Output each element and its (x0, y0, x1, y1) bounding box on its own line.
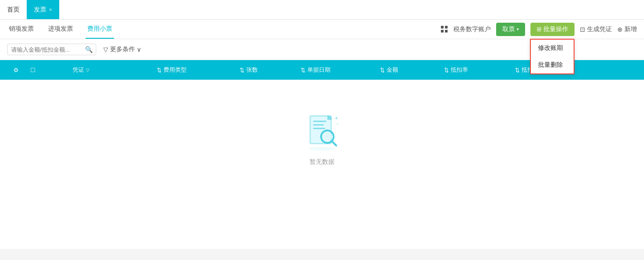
main-content: ✦ ✦ 暂无数据 (0, 80, 644, 249)
sort-arrows-expense: ⇅ (157, 67, 162, 73)
search-input[interactable] (11, 46, 82, 53)
empty-state: ✦ ✦ 暂无数据 (0, 80, 644, 193)
tab-expense[interactable]: 费用小票 (86, 20, 114, 39)
sort-arrows-count: ⇅ (240, 67, 245, 73)
sort-arrows-rate: ⇅ (444, 67, 449, 73)
more-filter-arrow: ∨ (137, 46, 141, 53)
sort-arrows-amount: ⇅ (380, 67, 385, 73)
search-icon: 🔍 (85, 46, 93, 53)
empty-illustration: ✦ ✦ (300, 106, 344, 151)
svg-text:✦: ✦ (334, 116, 338, 121)
svg-rect-5 (313, 128, 325, 129)
sort-arrows-date: ⇅ (301, 67, 306, 73)
qr-icon (441, 26, 448, 33)
nav-home[interactable]: 首页 (0, 0, 27, 19)
qr-button[interactable] (441, 26, 448, 33)
th-voucher[interactable]: 凭证 ▽ (41, 66, 121, 74)
svg-point-7 (323, 132, 332, 141)
svg-point-0 (309, 147, 335, 150)
generate-voucher-icon: ⊡ (580, 26, 585, 33)
tab-purchase[interactable]: 进项发票 (46, 20, 75, 39)
th-expense-type[interactable]: ⇅ 费用类型 (121, 66, 222, 74)
batch-ops-button[interactable]: ⊞ 批量操作 (530, 23, 575, 36)
add-button[interactable]: ⊕ 新增 (617, 25, 637, 33)
nav-tab-invoice[interactable]: 发票 × (27, 0, 59, 19)
add-icon: ⊕ (617, 26, 623, 33)
batch-ops-wrapper: ⊞ 批量操作 修改账期 批量删除 (530, 23, 575, 36)
sub-tabs-bar: 销项发票 进项发票 费用小票 税务数字账户 取票 ▾ ⊞ 批量操作 (0, 20, 644, 39)
nav-tab-invoice-label: 发票 (34, 6, 46, 14)
search-box[interactable]: 🔍 (7, 44, 96, 55)
filter-icon: ▽ (103, 46, 108, 53)
batch-delete[interactable]: 批量删除 (531, 57, 574, 73)
sub-tabs-left: 销项发票 进项发票 费用小票 (7, 20, 114, 39)
sort-arrows-deduct: ⇅ (515, 67, 520, 73)
empty-text: 暂无数据 (310, 158, 334, 166)
toolbar-right: 税务数字账户 取票 ▾ ⊞ 批量操作 修改账期 批量删除 ⊡ 生成凭证 (441, 23, 637, 36)
nav-tab-close-icon[interactable]: × (49, 7, 52, 13)
svg-line-8 (332, 141, 336, 146)
top-nav: 首页 发票 × (0, 0, 644, 20)
svg-text:✦: ✦ (336, 122, 339, 126)
batch-modify-period[interactable]: 修改账期 (531, 40, 574, 57)
svg-rect-3 (313, 121, 326, 122)
th-settings[interactable]: ⚙ (7, 67, 25, 73)
voucher-filter-icon: ▽ (86, 68, 90, 73)
take-invoice-button[interactable]: 取票 ▾ (496, 23, 525, 36)
take-invoice-arrow: ▾ (517, 27, 519, 32)
th-date[interactable]: ⇅ 单据日期 (275, 66, 355, 74)
batch-ops-icon: ⊞ (537, 26, 542, 32)
th-amount[interactable]: ⇅ 金额 (356, 66, 423, 74)
generate-voucher-button[interactable]: ⊡ 生成凭证 (580, 25, 612, 33)
tab-sales[interactable]: 销项发票 (7, 20, 36, 39)
th-checkbox[interactable]: ☐ (25, 67, 41, 73)
tax-account-button[interactable]: 税务数字账户 (453, 25, 491, 33)
th-rate[interactable]: ⇅ 抵扣率 (423, 66, 489, 74)
more-filter-button[interactable]: ▽ 更多条件 ∨ (103, 45, 141, 53)
svg-rect-4 (313, 124, 324, 126)
batch-dropdown-menu: 修改账期 批量删除 (530, 39, 575, 74)
th-count[interactable]: ⇅ 张数 (222, 66, 275, 74)
